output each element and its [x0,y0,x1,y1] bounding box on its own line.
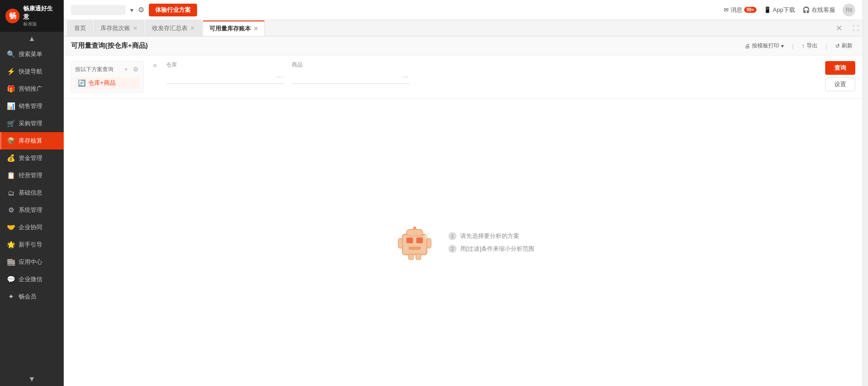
warehouse-more-btn[interactable]: ··· [277,73,283,81]
sidebar-title: 畅康通好生意 [23,5,58,21]
empty-tips: 1 请先选择要分析的方案 2 用[过滤]条件来缩小分析范围 [448,232,534,253]
topbar-gear-btn[interactable]: ⚙ [138,5,144,14]
sidebar-scroll-down[interactable]: ▼ [0,372,64,386]
sidebar-item-label-system: 系统管理 [19,206,42,214]
sidebar-item-member[interactable]: ✦ 畅会员 [0,288,64,305]
finance-icon: 💰 [7,154,15,162]
tab-available-ledger[interactable]: 可用量库存账本✕ [203,21,265,36]
sidebar-item-newbie[interactable]: 🌟 新手引导 [0,236,64,253]
online-service-btn[interactable]: 🎧 在线客服 [802,6,835,14]
warehouse-input-row: ··· [166,71,284,84]
inventory-icon: 📦 [7,137,15,145]
svg-rect-1 [406,237,413,243]
tabs-bar: 首页库存批次账✕收发存汇总表✕可用量库存账本✕✕ ⛶ [64,20,863,36]
sidebar-item-finance[interactable]: 💰 资金管理 [0,149,64,167]
message-icon: ✉ [724,6,729,13]
sidebar-item-apps[interactable]: 🏬 应用中心 [0,253,64,271]
warehouse-input-value[interactable] [168,72,277,82]
sidebar-item-label-operations: 经营管理 [19,171,42,180]
sidebar-item-basic[interactable]: 🗂 基础信息 [0,184,64,201]
right-edge [863,0,868,386]
app-download-btn[interactable]: 📱 App下载 [764,6,795,14]
tab-close-available-ledger[interactable]: ✕ [254,26,258,32]
tab-close-batch-account[interactable]: ✕ [133,25,137,31]
sidebar-item-label-newbie: 新手引导 [19,241,42,249]
sidebar-item-shortcut[interactable]: ⚡ 快捷导航 [0,63,64,80]
trial-btn[interactable]: 体验行业方案 [149,4,197,16]
add-scheme-btn[interactable]: ＋ [122,65,130,73]
system-icon: ⚙ [7,206,15,214]
main-area: ▾ ⚙ 体验行业方案 ✉ 消息 99+ 📱 App下载 🎧 在线客服 Rit 首… [64,0,863,386]
empty-tip-1: 1 请先选择要分析的方案 [448,232,534,240]
search-icon: 🔍 [7,50,15,58]
sidebar-item-system[interactable]: ⚙ 系统管理 [0,201,64,219]
tabs-bar-expand[interactable]: ⛶ [849,25,863,32]
headphone-icon: 🎧 [802,6,810,13]
tab-label-available-ledger: 可用量库存账本 [209,25,251,33]
refresh-btn[interactable]: ↺ 刷新 [832,40,855,51]
purchase-icon: 🛒 [7,119,15,128]
tab-batch-account[interactable]: 库存批次账✕ [94,21,144,36]
sidebar-item-marketing[interactable]: 🎁 营销推广 [0,80,64,98]
page-title: 可用量查询(按仓库+商品) [71,41,148,50]
print-icon: 🖨 [745,43,750,49]
sidebar-item-label-marketing: 营销推广 [19,85,42,93]
export-label: 导出 [807,42,817,50]
content-area: 可用量查询(按仓库+商品) 🖨 按模板打印 ▾ | ↑ 导出 | ↺ 刷新 [64,36,863,386]
operations-icon: 📋 [7,171,15,180]
topbar-dropdown-btn[interactable]: ▾ [130,6,133,14]
export-icon: ↑ [802,43,805,49]
sidebar-item-label-basic: 基础信息 [19,189,42,197]
sidebar-item-search[interactable]: 🔍 搜索菜单 [0,46,64,63]
goods-input-value[interactable] [294,72,402,82]
export-btn[interactable]: ↑ 导出 [799,40,820,51]
print-btn[interactable]: 🖨 按模板打印 ▾ [742,40,787,51]
sidebar-item-wechat[interactable]: 💬 企业微信 [0,271,64,288]
tab-collect-account[interactable]: 收发存汇总表✕ [145,21,202,36]
newbie-icon: 🌟 [7,241,15,249]
search-input[interactable] [71,5,126,15]
sidebar-item-sales[interactable]: 📊 销售管理 [0,98,64,115]
marketing-icon: 🎁 [7,85,15,93]
sidebar-item-enterprise[interactable]: 🤝 企业协同 [0,219,64,236]
tab-label-home: 首页 [74,24,86,32]
topbar: ▾ ⚙ 体验行业方案 ✉ 消息 99+ 📱 App下载 🎧 在线客服 Rit [64,0,863,20]
sidebar-item-inventory[interactable]: 📦 库存核算 [0,132,64,149]
sidebar-item-purchase[interactable]: 🛒 采购管理 [0,115,64,132]
tab-close-collect-account[interactable]: ✕ [190,25,195,31]
query-actions: 查询 设置 [825,61,855,91]
scheme-panel-label: 按以下方案查询 [75,66,120,73]
collapse-scheme-btn[interactable]: « [151,61,159,69]
query-btn[interactable]: 查询 [825,61,855,75]
svg-rect-5 [427,238,431,248]
svg-rect-7 [416,254,421,260]
goods-more-btn[interactable]: ··· [402,73,408,81]
avatar[interactable]: Rit [843,4,855,16]
enterprise-icon: 🤝 [7,223,15,232]
svg-point-10 [424,233,427,239]
sidebar-item-operations[interactable]: 📋 经营管理 [0,167,64,184]
warehouse-label: 仓库 [166,61,284,69]
svg-point-9 [413,226,416,230]
member-icon: ✦ [7,293,15,301]
avatar-text: Rit [846,7,853,13]
sidebar-header: 畅 畅康通好生意 标准版 [0,0,64,32]
sidebar-item-label-apps: 应用中心 [19,258,42,266]
shortcut-icon: ⚡ [7,67,15,76]
scheme-item-warehouse-goods[interactable]: 🔄 仓库+商品 [75,77,140,89]
tip2-text: 用[过滤]条件来缩小分析范围 [460,245,534,253]
tab-home[interactable]: 首页 [67,21,93,36]
svg-rect-4 [398,238,402,248]
sidebar-item-label-inventory: 库存核算 [19,137,42,145]
refresh-icon: ↺ [835,43,840,49]
sidebar-item-label-shortcut: 快捷导航 [19,67,42,76]
message-btn[interactable]: ✉ 消息 99+ [724,6,756,14]
tabs-bar-close[interactable]: ✕ [830,23,848,33]
sidebar-scroll-up[interactable]: ▲ [0,32,64,46]
sidebar-title-block: 畅康通好生意 标准版 [23,5,58,27]
sidebar-item-label-wechat: 企业微信 [19,275,42,283]
settings-btn[interactable]: 设置 [825,77,855,91]
tab-label-collect-account: 收发存汇总表 [152,24,188,32]
page-header: 可用量查询(按仓库+商品) 🖨 按模板打印 ▾ | ↑ 导出 | ↺ 刷新 [64,36,863,56]
edit-scheme-btn[interactable]: ⚙ [132,66,140,73]
